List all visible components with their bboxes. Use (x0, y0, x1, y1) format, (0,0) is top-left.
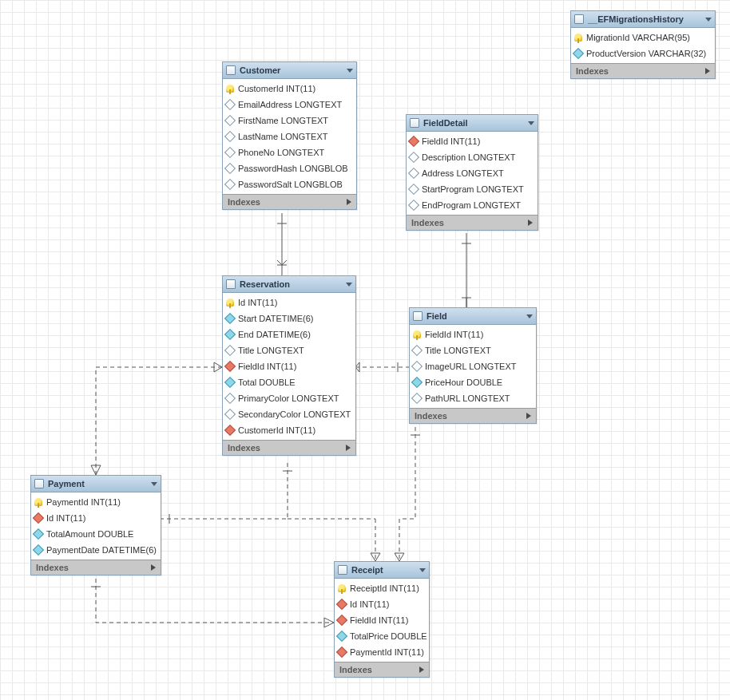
nullable-diamond-icon (224, 115, 236, 126)
column-item[interactable]: PaymentId INT(11) (335, 644, 429, 660)
indexes-section[interactable]: Indexes (223, 194, 356, 209)
column-item[interactable]: SecondaryColor LONGTEXT (223, 406, 355, 422)
table-fielddetail[interactable]: FieldDetailFieldId INT(11)Description LO… (406, 114, 538, 231)
column-item[interactable]: Id INT(11) (223, 295, 355, 310)
column-item[interactable]: TotalAmount DOUBLE (31, 526, 161, 542)
table-customer[interactable]: CustomerCustomerId INT(11)EmailAddress L… (222, 61, 357, 210)
indexes-section[interactable]: Indexes (31, 560, 161, 575)
column-item[interactable]: FieldId INT(11) (407, 133, 538, 149)
column-label: TotalAmount DOUBLE (46, 528, 133, 540)
column-item[interactable]: CustomerId INT(11) (223, 81, 356, 97)
table-header[interactable]: Customer (223, 62, 356, 79)
column-item[interactable]: Title LONGTEXT (223, 342, 355, 358)
column-item[interactable]: Start DATETIME(6) (223, 310, 355, 326)
table-reservation[interactable]: ReservationId INT(11)Start DATETIME(6)En… (222, 275, 356, 456)
column-label: ProductVersion VARCHAR(32) (586, 47, 706, 60)
column-item[interactable]: PasswordHash LONGBLOB (223, 160, 356, 176)
column-item[interactable]: MigrationId VARCHAR(95) (571, 30, 715, 45)
expand-arrow-icon[interactable] (528, 219, 533, 226)
collapse-caret-icon[interactable] (528, 121, 534, 125)
column-item[interactable]: EmailAddress LONGTEXT (223, 97, 356, 113)
erd-canvas: { "footer_label": "Indexes", "tables": {… (0, 0, 730, 700)
notnull-diamond-icon (224, 377, 236, 388)
collapse-caret-icon[interactable] (526, 314, 533, 318)
table-header[interactable]: Payment (31, 476, 161, 492)
column-item[interactable]: ProductVersion VARCHAR(32) (571, 45, 715, 61)
collapse-caret-icon[interactable] (419, 568, 426, 572)
column-item[interactable]: PhoneNo LONGTEXT (223, 144, 356, 160)
indexes-section[interactable]: Indexes (335, 662, 429, 677)
column-item[interactable]: ReceiptId INT(11) (335, 580, 429, 596)
column-item[interactable]: Description LONGTEXT (407, 149, 538, 165)
table-icon (226, 279, 236, 289)
expand-arrow-icon[interactable] (705, 68, 710, 74)
table-field[interactable]: FieldFieldId INT(11)Title LONGTEXTImageU… (409, 307, 537, 424)
table-payment[interactable]: PaymentPaymentId INT(11)Id INT(11)TotalA… (30, 475, 161, 575)
column-label: PathURL LONGTEXT (425, 392, 510, 405)
column-item[interactable]: LastName LONGTEXT (223, 129, 356, 144)
column-item[interactable]: FirstName LONGTEXT (223, 113, 356, 129)
column-label: CustomerId INT(11) (238, 82, 315, 95)
table-icon (413, 311, 423, 321)
nullable-diamond-icon (224, 131, 236, 142)
expand-arrow-icon[interactable] (419, 666, 424, 673)
nullable-diamond-icon (224, 99, 236, 110)
column-item[interactable]: End DATETIME(6) (223, 326, 355, 342)
column-item[interactable]: ImageURL LONGTEXT (410, 358, 536, 374)
column-label: PrimaryColor LONGTEXT (238, 392, 339, 405)
column-item[interactable]: PrimaryColor LONGTEXT (223, 390, 355, 406)
table-efmigrationshistory[interactable]: __EFMigrationsHistoryMigrationId VARCHAR… (570, 10, 716, 79)
column-label: EmailAddress LONGTEXT (238, 98, 342, 111)
column-item[interactable]: FieldId INT(11) (410, 326, 536, 342)
column-item[interactable]: Title LONGTEXT (410, 342, 536, 358)
column-item[interactable]: FieldId INT(11) (223, 358, 355, 374)
primary-key-icon (574, 34, 582, 42)
column-list: Id INT(11)Start DATETIME(6)End DATETIME(… (223, 293, 355, 440)
expand-arrow-icon[interactable] (151, 564, 156, 571)
table-header[interactable]: __EFMigrationsHistory (571, 11, 715, 28)
indexes-label: Indexes (36, 563, 69, 572)
collapse-caret-icon[interactable] (151, 482, 157, 486)
table-header[interactable]: Receipt (335, 562, 429, 579)
column-item[interactable]: FieldId INT(11) (335, 612, 429, 628)
expand-arrow-icon[interactable] (347, 199, 351, 205)
column-item[interactable]: StartProgram LONGTEXT (407, 181, 538, 197)
table-title: Customer (240, 65, 280, 75)
expand-arrow-icon[interactable] (346, 445, 351, 451)
foreign-key-icon (224, 425, 236, 436)
collapse-caret-icon[interactable] (346, 283, 352, 287)
indexes-section[interactable]: Indexes (407, 215, 538, 230)
column-item[interactable]: PaymentId INT(11) (31, 494, 161, 510)
column-item[interactable]: Id INT(11) (31, 510, 161, 526)
column-item[interactable]: Id INT(11) (335, 596, 429, 612)
collapse-caret-icon[interactable] (347, 69, 353, 73)
notnull-diamond-icon (224, 313, 236, 324)
column-item[interactable]: PaymentDate DATETIME(6) (31, 542, 161, 558)
table-receipt[interactable]: ReceiptReceiptId INT(11)Id INT(11)FieldI… (334, 561, 430, 678)
indexes-section[interactable]: Indexes (223, 440, 355, 455)
nullable-diamond-icon (408, 152, 419, 163)
expand-arrow-icon[interactable] (526, 413, 531, 419)
column-item[interactable]: Total DOUBLE (223, 374, 355, 390)
column-item[interactable]: Address LONGTEXT (407, 165, 538, 181)
column-item[interactable]: TotalPrice DOUBLE (335, 628, 429, 644)
indexes-section[interactable]: Indexes (410, 408, 536, 423)
primary-key-icon (338, 584, 346, 592)
indexes-label: Indexes (339, 665, 372, 674)
column-item[interactable]: CustomerId INT(11) (223, 422, 355, 438)
nullable-diamond-icon (408, 168, 419, 179)
table-header[interactable]: Field (410, 308, 536, 325)
column-label: PasswordHash LONGBLOB (238, 162, 348, 175)
column-item[interactable]: EndProgram LONGTEXT (407, 197, 538, 213)
collapse-caret-icon[interactable] (705, 18, 712, 22)
column-label: Id INT(11) (350, 598, 390, 611)
indexes-section[interactable]: Indexes (571, 63, 715, 78)
table-header[interactable]: Reservation (223, 276, 355, 293)
table-icon (574, 14, 584, 24)
table-header[interactable]: FieldDetail (407, 115, 538, 132)
column-item[interactable]: PathURL LONGTEXT (410, 390, 536, 406)
column-item[interactable]: PasswordSalt LONGBLOB (223, 176, 356, 192)
column-item[interactable]: PriceHour DOUBLE (410, 374, 536, 390)
indexes-label: Indexes (411, 218, 444, 227)
indexes-label: Indexes (576, 66, 609, 76)
